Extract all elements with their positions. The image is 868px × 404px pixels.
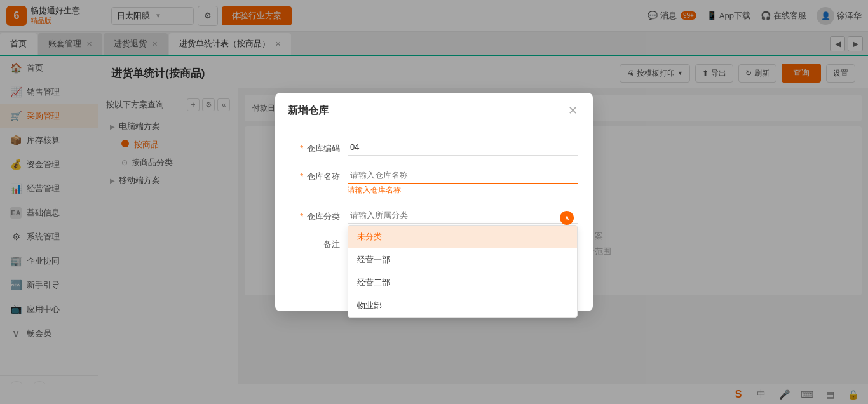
form-row-category: * 仓库分类 ∧ 未分类 经营一部 经营二部 物业部 — [290, 207, 578, 224]
modal-body: * 仓库编码 * 仓库名称 请输入仓库名称 — [275, 126, 593, 273]
category-select-input[interactable] — [348, 207, 578, 224]
category-select-wrap: ∧ 未分类 经营一部 经营二部 物业部 — [348, 207, 578, 224]
dropdown-item-dept2[interactable]: 经营二部 — [348, 271, 577, 294]
dropdown-item-uncategorized[interactable]: 未分类 — [348, 226, 577, 248]
notes-label: 备注 — [290, 235, 348, 250]
dropdown-item-property[interactable]: 物业部 — [348, 294, 577, 317]
new-warehouse-modal: 新增仓库 ✕ * 仓库编码 * 仓库名称 — [275, 93, 593, 311]
category-dropdown-arrow[interactable]: ∧ — [560, 211, 574, 225]
form-row-name: * 仓库名称 请输入仓库名称 — [290, 167, 578, 196]
modal-header: 新增仓库 ✕ — [275, 93, 593, 126]
category-dropdown-list: 未分类 经营一部 经营二部 物业部 — [348, 225, 578, 318]
modal-title: 新增仓库 — [288, 104, 329, 118]
warehouse-name-input[interactable] — [348, 167, 578, 184]
form-row-code: * 仓库编码 — [290, 139, 578, 156]
name-error-text: 请输入仓库名称 — [348, 185, 578, 196]
code-label: * 仓库编码 — [290, 139, 348, 154]
category-label: * 仓库分类 — [290, 207, 348, 222]
modal-close-icon[interactable]: ✕ — [565, 103, 580, 118]
warehouse-code-input[interactable] — [348, 139, 578, 156]
modal-overlay[interactable]: 新增仓库 ✕ * 仓库编码 * 仓库名称 — [0, 0, 868, 404]
dropdown-item-dept1[interactable]: 经营一部 — [348, 248, 577, 271]
name-label: * 仓库名称 — [290, 167, 348, 182]
